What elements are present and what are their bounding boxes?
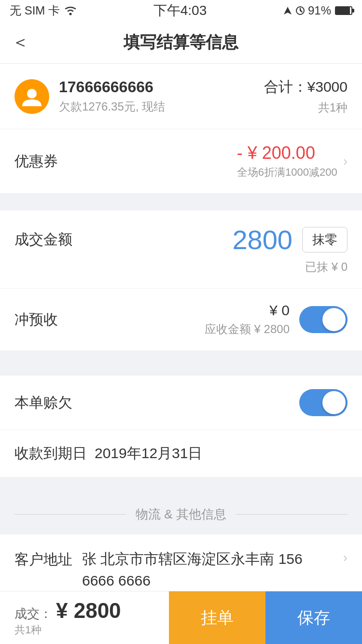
customer-avatar <box>14 79 49 114</box>
address-label: 客户地址 <box>14 550 72 570</box>
total-count: 共1种 <box>264 100 348 115</box>
footer-deal-label: 成交： <box>14 605 52 622</box>
logistics-divider: 物流 & 其他信息 <box>0 494 362 534</box>
location-icon <box>283 6 292 15</box>
status-bar: 无 SIM 卡 下午4:03 91% <box>0 0 362 21</box>
wifi-icon <box>64 6 77 15</box>
hang-button[interactable]: 挂单 <box>169 591 265 644</box>
toggle-knob <box>322 308 346 331</box>
amount-section: 成交金额 2800 抹零 已抹 ¥ 0 <box>0 210 362 288</box>
debt-toggle-knob <box>322 391 346 414</box>
debt-toggle[interactable] <box>299 389 348 416</box>
nav-bar: ＜ 填写结算等信息 <box>0 21 362 64</box>
divider-line-left <box>14 514 126 515</box>
customer-right: 合计：¥3000 共1种 <box>264 77 348 115</box>
customer-info: 17666666666 欠款1276.35元, 现结 <box>59 78 165 114</box>
address-value: 张 北京市市辖区海淀区永丰南 156 6666 6666 <box>82 548 337 591</box>
footer-count: 共1种 <box>14 623 154 637</box>
amount-value-group: 2800 抹零 <box>232 224 348 255</box>
back-button[interactable]: ＜ <box>12 30 29 54</box>
amount-erased: 已抹 ¥ 0 <box>14 259 348 275</box>
battery-percent: 91% <box>308 4 331 17</box>
coupon-right: - ¥ 200.00 全场6折满1000减200 › <box>237 143 348 180</box>
customer-left: 17666666666 欠款1276.35元, 现结 <box>14 78 165 114</box>
footer: 成交： ¥ 2800 共1种 挂单 保存 <box>0 591 362 644</box>
svg-point-2 <box>27 89 37 98</box>
gray-divider-1 <box>0 201 362 210</box>
footer-amount: ¥ 2800 <box>56 599 121 623</box>
logistics-label: 物流 & 其他信息 <box>136 506 226 523</box>
gray-divider-2 <box>0 358 362 368</box>
prepay-row: 冲预收 ¥ 0 应收金额 ¥ 2800 <box>14 302 348 337</box>
divider-line-right <box>236 514 348 515</box>
customer-phone: 17666666666 <box>59 78 165 96</box>
content: 17666666666 欠款1276.35元, 现结 合计：¥3000 共1种 … <box>0 64 362 644</box>
svg-point-0 <box>70 13 72 15</box>
amount-card: 成交金额 2800 抹零 已抹 ¥ 0 冲预收 ¥ 0 应收金额 ¥ 2800 <box>0 210 362 350</box>
prepay-amount-group: ¥ 0 应收金额 ¥ 2800 <box>205 302 290 337</box>
customer-row: 17666666666 欠款1276.35元, 现结 合计：¥3000 共1种 <box>0 64 362 129</box>
clock-icon <box>295 6 305 15</box>
debt-section: 本单赊欠 <box>0 376 362 430</box>
battery-icon <box>335 6 352 15</box>
duedate-row: 收款到期日 2019年12月31日 <box>14 444 348 463</box>
footer-deal-row: 成交： ¥ 2800 <box>14 599 154 623</box>
debt-label: 本单赊欠 <box>14 393 72 413</box>
coupon-description: 全场6折满1000减200 <box>237 165 337 180</box>
duedate-section: 收款到期日 2019年12月31日 <box>0 430 362 477</box>
user-icon <box>20 85 43 108</box>
save-button-label: 保存 <box>297 607 330 629</box>
prepay-label: 冲预收 <box>14 310 58 330</box>
customer-card: 17666666666 欠款1276.35元, 现结 合计：¥3000 共1种 … <box>0 64 362 193</box>
amount-label: 成交金额 <box>14 230 72 250</box>
coupon-label: 优惠券 <box>14 152 58 171</box>
prepay-section: 冲预收 ¥ 0 应收金额 ¥ 2800 <box>0 288 362 350</box>
debt-card: 本单赊欠 收款到期日 2019年12月31日 <box>0 376 362 477</box>
prepay-right: ¥ 0 应收金额 ¥ 2800 <box>205 302 348 337</box>
save-button[interactable]: 保存 <box>265 591 362 644</box>
coupon-info: - ¥ 200.00 全场6折满1000减200 <box>237 143 337 180</box>
prepay-amount: ¥ 0 <box>205 302 290 319</box>
duedate-value: 2019年12月31日 <box>95 444 202 463</box>
sim-status: 无 SIM 卡 <box>10 3 60 18</box>
duedate-label: 收款到期日 <box>14 444 87 463</box>
coupon-row[interactable]: 优惠券 - ¥ 200.00 全场6折满1000减200 › <box>0 129 362 193</box>
page-title: 填写结算等信息 <box>124 31 238 54</box>
prepay-receivable: 应收金额 ¥ 2800 <box>205 322 290 337</box>
amount-value: 2800 <box>232 224 292 255</box>
amount-row: 成交金额 2800 抹零 <box>14 224 348 255</box>
prepay-toggle[interactable] <box>299 306 348 333</box>
footer-info: 成交： ¥ 2800 共1种 <box>0 591 169 644</box>
coupon-chevron-icon: › <box>343 154 348 169</box>
status-left: 无 SIM 卡 <box>10 3 77 18</box>
customer-debt: 欠款1276.35元, 现结 <box>59 99 165 114</box>
address-chevron-icon: › <box>343 550 348 565</box>
status-right: 91% <box>283 4 352 17</box>
erase-button[interactable]: 抹零 <box>302 227 348 252</box>
status-time: 下午4:03 <box>153 1 207 20</box>
gray-divider-3 <box>0 485 362 494</box>
coupon-discount: - ¥ 200.00 <box>237 143 337 163</box>
hang-button-label: 挂单 <box>201 607 234 629</box>
total-amount: 合计：¥3000 <box>264 77 348 97</box>
